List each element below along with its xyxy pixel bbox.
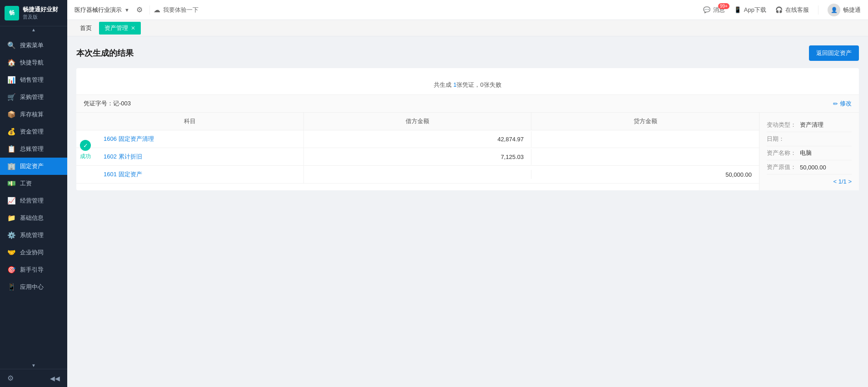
sidebar-item-label: 经营管理 [20, 197, 44, 205]
sidebar-item-fixed-assets[interactable]: 🏢 固定资产 [0, 158, 67, 175]
row3-credit: 50,000.00 [531, 167, 759, 183]
col-debit: 借方金额 [304, 113, 531, 130]
date-label: 日期： [767, 135, 784, 143]
divider [149, 5, 150, 15]
sidebar-item-label: 固定资产 [20, 162, 44, 170]
summary-mid: 张凭证， [456, 81, 480, 88]
tab-asset-management[interactable]: 资产管理 ✕ [99, 22, 141, 35]
sidebar-item-label: 企业协同 [20, 248, 44, 257]
sidebar-item-label: 搜索菜单 [20, 41, 44, 50]
topbar-settings-icon[interactable]: ⚙ [133, 4, 146, 16]
messages-btn[interactable]: 💬 消息 99+ [703, 6, 725, 14]
company-selector[interactable]: 医疗器械行业演示 ▼ [74, 6, 129, 14]
col-account: 科目 [76, 113, 304, 130]
voucher-table: 科目 借方金额 贷方金额 1606 固定资产清理 42,874.97 [76, 113, 759, 184]
experience-label: 我要体验一下 [163, 6, 198, 14]
tab-home-label: 首页 [80, 24, 92, 32]
edit-voucher-button[interactable]: ✏ 修改 [833, 99, 852, 108]
table-header: 科目 借方金额 贷方金额 [76, 113, 759, 130]
pagination-next-icon[interactable]: > [848, 178, 852, 185]
table-row: 1602 累计折旧 7,125.03 [76, 148, 759, 166]
app-version: 普及版 [23, 14, 58, 20]
settings-footer-icon[interactable]: ⚙ [7, 374, 14, 382]
voucher-table-area: ✓ 成功 科目 借方金额 贷方金额 1 [76, 113, 759, 190]
result-summary: 共生成 1张凭证，0张失败 [76, 75, 859, 95]
sidebar-item-operations[interactable]: 📈 经营管理 [0, 192, 67, 209]
info-asset-value: 资产原值： 50,000.00 [767, 160, 852, 174]
edit-icon: ✏ [833, 100, 838, 107]
success-checkmark-icon: ✓ [80, 140, 91, 151]
app-title-area: 畅捷通好业财 普及版 [23, 5, 58, 20]
voucher-body: ✓ 成功 科目 借方金额 贷方金额 1 [76, 113, 859, 190]
ledger-icon: 📋 [7, 145, 15, 153]
app-download-icon: 📱 [734, 6, 741, 13]
sidebar-item-guide[interactable]: 🎯 新手引导 [0, 261, 67, 278]
sidebar-item-app-center[interactable]: 📱 应用中心 [0, 278, 67, 296]
sidebar-item-enterprise[interactable]: 🤝 企业协同 [0, 244, 67, 261]
status-indicator: ✓ 成功 [80, 140, 91, 160]
info-asset-name: 资产名称： 电脑 [767, 146, 852, 160]
sidebar-item-inventory[interactable]: 📦 库存核算 [0, 106, 67, 123]
scroll-down-btn[interactable]: ▼ [31, 363, 36, 368]
sidebar-item-label: 采购管理 [20, 93, 44, 101]
sales-icon: 📊 [7, 76, 15, 84]
tabbar: 首页 资产管理 ✕ [67, 20, 868, 36]
pagination-prev-icon[interactable]: < [833, 178, 837, 185]
sidebar-item-quick-nav[interactable]: 🏠 快捷导航 [0, 54, 67, 71]
info-date: 日期： [767, 132, 852, 146]
sidebar-item-label: 总账管理 [20, 145, 44, 153]
guide-icon: 🎯 [7, 266, 15, 274]
sidebar-item-label: 资金管理 [20, 128, 44, 136]
scroll-up-btn[interactable]: ▲ [31, 27, 36, 32]
sidebar-item-ledger[interactable]: 📋 总账管理 [0, 140, 67, 158]
result-panel: 共生成 1张凭证，0张失败 凭证字号：记-003 ✏ 修改 [76, 68, 859, 190]
collapse-sidebar-icon[interactable]: ◀◀ [50, 375, 60, 382]
sidebar-item-search[interactable]: 🔍 搜索菜单 [0, 37, 67, 54]
sidebar-item-fund[interactable]: 💰 资金管理 [0, 123, 67, 140]
edit-label: 修改 [840, 99, 852, 108]
row1-debit: 42,874.97 [304, 131, 531, 147]
sidebar-item-label: 系统管理 [20, 231, 44, 239]
sidebar-nav: 🔍 搜索菜单 🏠 快捷导航 📊 销售管理 🛒 采购管理 📦 库存核算 💰 资金管… [0, 33, 67, 362]
sidebar-item-basic-info[interactable]: 📁 基础信息 [0, 209, 67, 227]
tab-asset-management-label: 资产管理 [104, 24, 128, 32]
messages-badge: 99+ [718, 3, 729, 9]
inventory-icon: 📦 [7, 110, 15, 119]
system-icon: ⚙️ [7, 231, 15, 239]
pagination-info: 1/1 [838, 178, 848, 185]
voucher-header: 凭证字号：记-003 ✏ 修改 [76, 95, 859, 113]
pagination: < 1/1 > [767, 174, 852, 185]
sidebar-item-label: 应用中心 [20, 283, 44, 291]
page-title: 本次生成的结果 [76, 48, 134, 59]
tab-home[interactable]: 首页 [74, 22, 97, 35]
tab-close-icon[interactable]: ✕ [131, 25, 135, 31]
user-area[interactable]: 👤 畅捷通 [828, 4, 861, 16]
scroll-down-area: ▼ [0, 362, 67, 369]
sidebar: 畅 畅捷通好业财 普及版 ▲ 🔍 搜索菜单 🏠 快捷导航 📊 销售管理 🛒 采购… [0, 0, 67, 387]
summary-suffix: 张失败 [484, 81, 501, 88]
fund-icon: 💰 [7, 128, 15, 136]
app-download-btn[interactable]: 📱 App下载 [734, 6, 766, 14]
return-fixed-assets-button[interactable]: 返回固定资产 [809, 45, 859, 61]
right-info-panel: 变动类型： 资产清理 日期： 资产名称： 电脑 资产原值： [759, 113, 859, 190]
online-service-btn[interactable]: 🎧 在线客服 [775, 6, 809, 14]
sidebar-header: 畅 畅捷通好业财 普及版 [0, 0, 67, 26]
row2-credit [531, 152, 759, 161]
avatar: 👤 [828, 4, 840, 16]
asset-value-value: 50,000.00 [800, 164, 826, 171]
divider2 [818, 5, 818, 15]
topbar: 医疗器械行业演示 ▼ ⚙ ☁ 我要体验一下 💬 消息 99+ 📱 App下载 🎧 [67, 0, 868, 20]
asset-value-label: 资产原值： [767, 163, 796, 171]
sidebar-item-label: 新手引导 [20, 266, 44, 274]
experience-cloud-icon: ☁ [154, 6, 160, 14]
sidebar-item-payroll[interactable]: 💵 工资 [0, 175, 67, 192]
sidebar-item-system[interactable]: ⚙️ 系统管理 [0, 227, 67, 244]
row2-debit: 7,125.03 [304, 149, 531, 165]
experience-btn[interactable]: ☁ 我要体验一下 [154, 6, 198, 14]
enterprise-icon: 🤝 [7, 248, 15, 257]
sidebar-item-purchase[interactable]: 🛒 采购管理 [0, 89, 67, 106]
col-credit: 贷方金额 [531, 113, 759, 130]
sidebar-item-sales[interactable]: 📊 销售管理 [0, 71, 67, 89]
fixed-assets-icon: 🏢 [7, 162, 15, 170]
sidebar-footer: ⚙ ◀◀ [0, 369, 67, 387]
